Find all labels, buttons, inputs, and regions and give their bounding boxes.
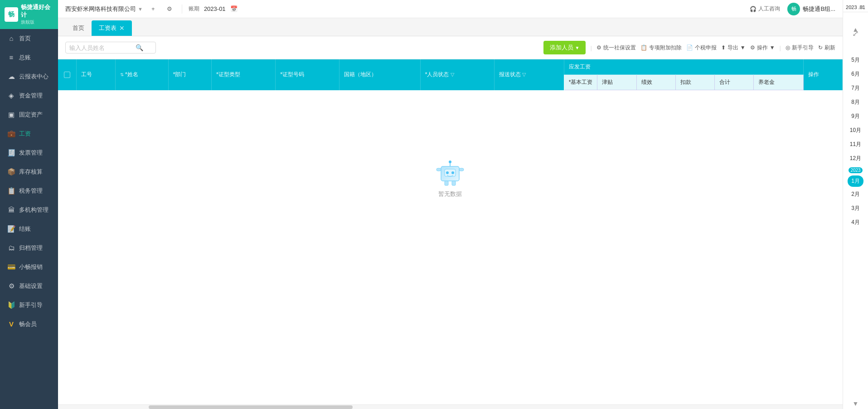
export-button[interactable]: ⬆ 导出 ▼ [721, 44, 746, 52]
sidebar-item-label: 发票管理 [19, 149, 43, 157]
operations-button[interactable]: ⚙ 操作 ▼ [750, 44, 775, 52]
sidebar-item-guide[interactable]: 🔰 新手引导 [0, 296, 58, 315]
support-button[interactable]: 🎧 人工咨询 [750, 5, 780, 13]
right-panel: 2023 .01 ✕ ⤢ ▲ 5月 6月 7月 8月 9月 10月 11月 12… [843, 0, 868, 409]
period-year: 2023 [846, 5, 857, 10]
company-dropdown-icon: ▼ [138, 6, 143, 12]
salary-table: 工号 ⇅ *姓名 *部门 *证型类型 *证型号码 国籍（地区） *人员状态 ▽ … [58, 59, 843, 262]
sidebar-item-tax[interactable]: 📋 税务管理 [0, 181, 58, 200]
expense-icon: 💳 [7, 263, 15, 271]
th-report-status: 报送状态 ▽ [494, 59, 564, 90]
calendar-icon[interactable]: 📅 [230, 5, 238, 12]
refresh-button[interactable]: ↻ 刷新 [818, 44, 835, 52]
th-total: 合计 [715, 75, 754, 90]
user-menu[interactable]: 畅 畅捷通B组... [787, 3, 835, 15]
th-id-no: *证型号码 [276, 59, 339, 90]
month-item-11[interactable]: 11月 [843, 137, 868, 151]
social-insurance-button[interactable]: ⚙ 统一社保设置 [596, 44, 636, 52]
sidebar-item-label: 云报表中心 [19, 73, 48, 81]
settings-button[interactable]: ⚙ [164, 3, 175, 15]
right-panel-close-button[interactable]: ✕ [859, 4, 864, 11]
sidebar-item-home[interactable]: ⌂ 首页 [0, 29, 58, 48]
month-item-8[interactable]: 8月 [843, 95, 868, 109]
tab-home[interactable]: 首页 [65, 20, 92, 36]
company-selector[interactable]: 西安虾米网络科技有限公司 ▼ [65, 5, 143, 13]
sidebar-item-expense[interactable]: 💳 小畅报销 [0, 258, 58, 277]
month-item-6[interactable]: 6月 [843, 67, 868, 81]
sidebar-item-ledger[interactable]: ≡ 总账 [0, 48, 58, 67]
sidebar-item-cloud-report[interactable]: ☁ 云报表中心 [0, 67, 58, 86]
sidebar-item-invoice[interactable]: 🧾 发票管理 [0, 143, 58, 162]
select-all-checkbox[interactable] [64, 72, 70, 78]
cloud-icon: ☁ [7, 73, 15, 81]
add-person-button[interactable]: 添加人员 ▼ [543, 41, 586, 54]
month-item-3[interactable]: 3月 [843, 201, 868, 215]
topbar: 西安虾米网络科技有限公司 ▼ + ⚙ 账期 2023-01 📅 🎧 人工咨询 畅… [58, 0, 843, 18]
month-item-10[interactable]: 10月 [843, 123, 868, 137]
sidebar-item-inventory[interactable]: 📦 库存核算 [0, 162, 58, 181]
search-input[interactable] [69, 44, 133, 51]
month-item-7[interactable]: 7月 [843, 81, 868, 95]
special-deduction-icon: 📋 [640, 44, 647, 51]
th-performance: 绩效 [636, 75, 675, 90]
report-status-filter-icon[interactable]: ▽ [522, 72, 526, 77]
sidebar-item-fund[interactable]: ◈ 资金管理 [0, 86, 58, 105]
logo[interactable]: 畅 畅捷通好会计 旗舰版 [0, 0, 58, 29]
month-item-9[interactable]: 9月 [843, 109, 868, 123]
refresh-label: 刷新 [824, 44, 835, 52]
sidebar-item-multi-org[interactable]: 🏛 多机构管理 [0, 200, 58, 219]
dropdown-icon: ▼ [575, 45, 580, 50]
sidebar-item-label: 总账 [19, 54, 31, 62]
user-name: 畅捷通B组... [803, 5, 835, 13]
sidebar-item-archive[interactable]: 🗂 归档管理 [0, 239, 58, 258]
th-actions: 操作 [803, 59, 842, 90]
th-nationality: 国籍（地区） [339, 59, 420, 90]
empty-state: 暂无数据 [58, 117, 843, 234]
svg-rect-8 [445, 181, 448, 185]
sidebar-item-label: 工资 [19, 130, 31, 138]
scroll-down-button[interactable]: ▼ [843, 398, 868, 409]
toolbar-actions: 添加人员 ▼ | ⚙ 统一社保设置 📋 专项附加扣除 📄 个税申报 ⬆ 导出 ▼ [543, 41, 835, 54]
table-body: 暂无数据 [58, 90, 843, 262]
month-item-4[interactable]: 4月 [843, 215, 868, 229]
month-item-2[interactable]: 2月 [843, 187, 868, 201]
guide-button[interactable]: ◎ 新手引导 [786, 44, 814, 52]
sidebar-item-settings[interactable]: ⚙ 基础设置 [0, 277, 58, 296]
close-icon[interactable]: ✕ [119, 25, 125, 31]
sidebar-item-settlement[interactable]: 📝 结账 [0, 219, 58, 239]
month-item-12[interactable]: 12月 [843, 151, 868, 166]
add-company-button[interactable]: + [147, 3, 159, 15]
export-icon: ⬆ [721, 44, 726, 51]
sort-icon[interactable]: ⇅ [120, 72, 124, 77]
right-panel-expand-button[interactable]: ⤢ [852, 29, 859, 39]
svg-rect-7 [459, 168, 464, 171]
svg-rect-6 [436, 168, 441, 171]
sidebar-item-salary[interactable]: 💼 工资 [0, 124, 58, 143]
sidebar-nav: ⌂ 首页 ≡ 总账 ☁ 云报表中心 ◈ 资金管理 ▣ 固定资产 💼 工资 🧾 发… [0, 29, 58, 409]
month-item-5[interactable]: 5月 [843, 53, 868, 67]
operations-label: 操作 [757, 44, 768, 52]
special-deduction-button[interactable]: 📋 专项附加扣除 [640, 44, 682, 52]
horizontal-scrollbar[interactable] [58, 404, 843, 409]
month-item-1-active[interactable]: 1月 [848, 175, 863, 187]
svg-rect-9 [452, 181, 456, 185]
th-allowance: 津贴 [597, 75, 636, 90]
sidebar: 畅 畅捷通好会计 旗舰版 ⌂ 首页 ≡ 总账 ☁ 云报表中心 ◈ 资金管理 ▣ … [0, 0, 58, 409]
gear-icon: ⚙ [167, 5, 172, 12]
scrollbar-thumb[interactable] [149, 405, 353, 409]
invoice-icon: 🧾 [7, 149, 15, 157]
tax-report-button[interactable]: 📄 个税申报 [686, 44, 717, 52]
topbar-divider [182, 5, 182, 14]
th-payroll-group: 应发工资 [564, 59, 803, 75]
sidebar-item-label: 基础设置 [19, 282, 43, 290]
person-status-filter-icon[interactable]: ▽ [451, 72, 454, 77]
sidebar-item-member[interactable]: V 畅会员 [0, 315, 58, 334]
sidebar-item-fixed-assets[interactable]: ▣ 固定资产 [0, 105, 58, 124]
sidebar-item-label: 资金管理 [19, 92, 43, 100]
sidebar-item-label: 结账 [19, 225, 31, 233]
month-list: 5月 6月 7月 8月 9月 10月 11月 12月 2023 1月 2月 3月… [843, 53, 868, 398]
salary-icon: 💼 [7, 130, 15, 138]
tab-salary[interactable]: 工资表 ✕ [92, 20, 132, 36]
th-base-salary: *基本工资 [564, 75, 597, 90]
inventory-icon: 📦 [7, 168, 15, 176]
